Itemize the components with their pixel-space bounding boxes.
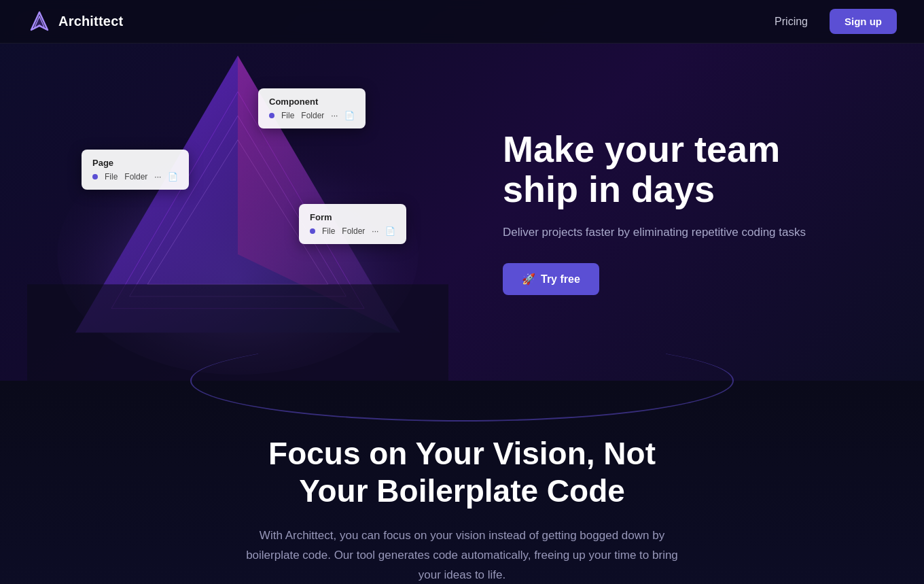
form-dot xyxy=(310,228,315,234)
try-free-button[interactable]: 🚀 Try free xyxy=(503,263,599,295)
page-card-title: Page xyxy=(92,158,178,168)
component-more: ··· xyxy=(331,111,338,120)
form-file-label: File xyxy=(322,226,335,236)
hero-subtitle: Deliver projects faster by eliminating r… xyxy=(503,223,806,241)
form-folder-label: Folder xyxy=(342,226,365,236)
component-card-title: Component xyxy=(269,97,355,107)
page-folder-label: Folder xyxy=(124,172,147,182)
hero-title-line1: Make your team xyxy=(503,128,780,169)
hero-section: Component File Folder ··· 📄 Page File Fo… xyxy=(0,0,924,381)
focus-body: With Archittect, you can focus on your v… xyxy=(245,526,679,584)
component-file-label: File xyxy=(281,111,294,120)
pricing-link[interactable]: Pricing xyxy=(775,16,808,28)
nav-right: Pricing Sign up xyxy=(775,9,897,34)
navbar: Archittect Pricing Sign up xyxy=(0,0,924,44)
nav-brand: Archittect xyxy=(58,14,123,29)
page-file-icon: 📄 xyxy=(168,172,178,182)
rocket-icon: 🚀 xyxy=(522,273,535,286)
focus-section: Focus on Your Vision, Not Your Boilerpla… xyxy=(0,381,924,584)
nav-logo[interactable]: Archittect xyxy=(27,10,123,34)
hero-title: Make your team ship in days xyxy=(503,129,806,210)
form-more: ··· xyxy=(372,226,378,236)
form-card-title: Form xyxy=(310,212,395,222)
signup-button[interactable]: Sign up xyxy=(830,9,897,34)
try-free-label: Try free xyxy=(541,273,580,286)
component-card: Component File Folder ··· 📄 xyxy=(258,88,366,128)
form-card-row: File Folder ··· 📄 xyxy=(310,226,395,236)
component-card-row: File Folder ··· 📄 xyxy=(269,111,355,120)
svg-rect-6 xyxy=(27,284,448,381)
focus-title: Focus on Your Vision, Not Your Boilerpla… xyxy=(27,435,897,510)
page-more: ··· xyxy=(154,172,161,182)
page-dot xyxy=(92,174,98,179)
hero-title-line2: ship in days xyxy=(503,169,715,209)
focus-title-line1: Focus on Your Vision, Not xyxy=(268,436,656,471)
page-card: Page File Folder ··· 📄 xyxy=(82,150,189,190)
component-folder-label: Folder xyxy=(301,111,324,120)
form-card: Form File Folder ··· 📄 xyxy=(299,204,406,244)
page-file-label: File xyxy=(105,172,118,182)
hero-content: Make your team ship in days Deliver proj… xyxy=(489,102,819,323)
focus-title-line2: Your Boilerplate Code xyxy=(299,473,625,509)
page-card-row: File Folder ··· 📄 xyxy=(92,172,178,182)
logo-icon xyxy=(27,10,52,34)
component-dot xyxy=(269,113,274,118)
form-file-icon: 📄 xyxy=(385,226,395,236)
component-file-icon: 📄 xyxy=(344,111,355,120)
